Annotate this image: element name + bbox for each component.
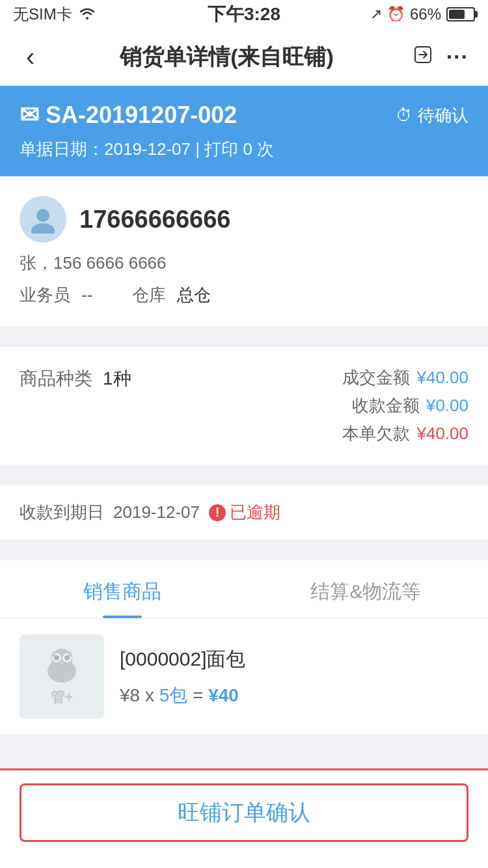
customer-info-row: 业务员 -- 仓库 总仓: [20, 284, 468, 306]
owed-amount: 本单欠款 ¥40.00: [342, 422, 468, 445]
location-icon: ↗: [370, 6, 382, 23]
more-button[interactable]: ···: [446, 44, 468, 70]
equals-sign: =: [187, 685, 208, 705]
customer-phone[interactable]: 17666666666: [79, 206, 230, 234]
battery-percent: 66%: [410, 5, 441, 23]
status-bar-left: 无SIM卡: [13, 4, 96, 25]
sales-rep-label: 业务员 --: [20, 284, 93, 306]
svg-point-1: [36, 209, 49, 222]
summary-card: 商品种类 1种 成交金额 ¥40.00 收款金额 ¥0.00 本单欠款 ¥40.…: [0, 347, 488, 465]
status-bar-right: ↗ ⏰ 66%: [370, 5, 475, 23]
warehouse-info: 仓库 总仓: [132, 284, 211, 306]
share-button[interactable]: [413, 44, 433, 70]
customer-card: 17666666666 张，156 6666 6666 业务员 -- 仓库 总仓: [0, 176, 488, 326]
tab-products[interactable]: 销售商品: [0, 560, 244, 618]
amounts: 成交金额 ¥40.00 收款金额 ¥0.00 本单欠款 ¥40.00: [342, 366, 468, 445]
due-date-card: 收款到期日 2019-12-07 ! 已逾期: [0, 485, 488, 539]
tab-settlement[interactable]: 结算&物流等: [244, 560, 488, 618]
order-status: ⏱ 待确认: [396, 104, 468, 127]
order-number: ✉ SA-20191207-002: [20, 102, 237, 129]
product-qty: 5包: [159, 685, 188, 705]
due-date-label: 收款到期日: [20, 501, 104, 524]
tabs-bar: 销售商品 结算&物流等: [0, 560, 488, 619]
back-button[interactable]: ‹: [20, 36, 41, 78]
customer-avatar: [20, 196, 66, 243]
product-name: [0000002]面包: [120, 646, 468, 673]
deal-amount: 成交金额 ¥40.00: [342, 366, 468, 389]
product-total: ¥40: [208, 685, 239, 705]
bottom-bar: 旺铺订单确认: [0, 768, 488, 868]
unit-price: ¥8 x: [120, 685, 159, 705]
product-type: 商品种类 1种: [20, 366, 131, 391]
nav-bar: ‹ 销货单详情(来自旺铺) ···: [0, 29, 488, 86]
overdue-text: 已逾期: [230, 501, 280, 524]
wifi-icon: [79, 5, 96, 23]
product-info: [0000002]面包 ¥8 x 5包 = ¥40: [120, 646, 468, 708]
overdue-badge: ! 已逾期: [209, 501, 280, 524]
due-date-value: 2019-12-07: [113, 502, 200, 522]
page-title: 销货单详情(来自旺铺): [120, 42, 334, 72]
alarm-icon: ⏰: [387, 6, 405, 23]
svg-point-2: [31, 223, 55, 234]
carrier-label: 无SIM卡: [13, 4, 72, 25]
battery-icon: [446, 7, 475, 21]
order-icon: ✉: [20, 102, 39, 129]
overdue-icon: !: [209, 504, 226, 521]
order-date: 单据日期：2019-12-07 | 打印 0 次: [20, 138, 468, 161]
status-clock-icon: ⏱: [396, 105, 413, 126]
product-price-row: ¥8 x 5包 = ¥40: [120, 683, 468, 708]
product-card: 管+ [0000002]面包 ¥8 x 5包 = ¥40: [0, 619, 488, 735]
nav-actions: ···: [413, 44, 468, 70]
customer-name: 张，156 6666 6666: [20, 252, 468, 275]
order-header: ✉ SA-20191207-002 ⏱ 待确认 单据日期：2019-12-07 …: [0, 86, 488, 176]
confirm-order-button[interactable]: 旺铺订单确认: [20, 783, 468, 842]
status-bar-time: 下午3:28: [208, 2, 280, 27]
product-image: 管+: [20, 634, 104, 719]
status-bar: 无SIM卡 下午3:28 ↗ ⏰ 66%: [0, 0, 488, 29]
received-amount: 收款金额 ¥0.00: [352, 394, 468, 417]
